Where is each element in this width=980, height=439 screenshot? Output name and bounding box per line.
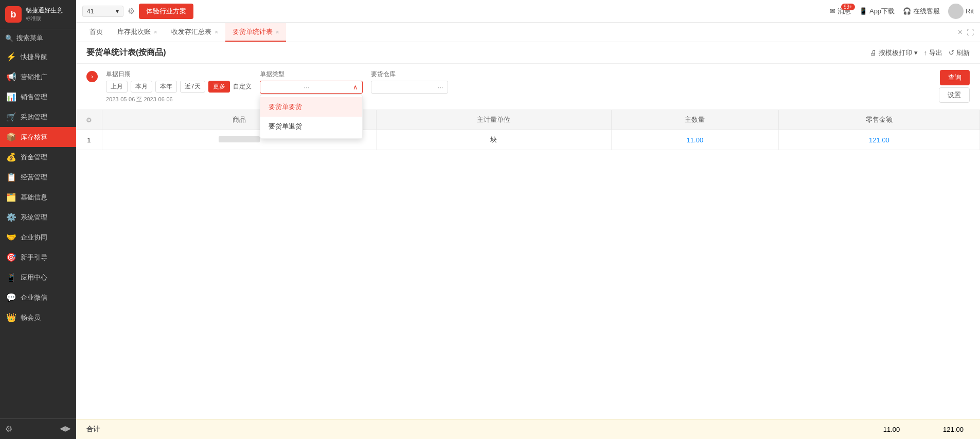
tabbar: 首页 库存批次账 × 收发存汇总表 × 要货单统计表 × × ⛶ (76, 23, 980, 42)
refresh-icon: ↺ (949, 49, 954, 57)
tab-order-stats-close[interactable]: × (276, 29, 279, 35)
topbar-left: 41 ▾ ⚙ 体验行业方案 (82, 4, 193, 19)
table-body: 1 块 11.00 121.00 (76, 130, 980, 150)
td-unit: 块 (376, 130, 611, 150)
query-button[interactable]: 查询 (940, 70, 970, 85)
sidebar-item-label: 新手引导 (21, 253, 47, 262)
appstore-icon: 📱 (6, 272, 16, 282)
type-filter-chevron[interactable]: ∧ (353, 83, 358, 91)
export-button[interactable]: ↑ 导出 (924, 48, 943, 58)
sidebar-item-appstore[interactable]: 📱 应用中心 (0, 267, 76, 287)
tab-home[interactable]: 首页 (82, 23, 110, 42)
search-label: 搜索菜单 (16, 33, 43, 43)
topbar-settings-icon[interactable]: ⚙ (128, 6, 135, 16)
topbar-id-selector[interactable]: 41 ▾ (82, 6, 123, 17)
guide-icon: 🎯 (6, 252, 16, 262)
filter-expand-button[interactable]: › (86, 71, 98, 82)
sidebar-item-system[interactable]: ⚙️ 系统管理 (0, 207, 76, 227)
tab-home-label: 首页 (90, 27, 103, 36)
tab-summary[interactable]: 收发存汇总表 × (164, 23, 225, 42)
print-button[interactable]: 🖨 按模板打印 ▾ (870, 48, 918, 58)
user-menu[interactable]: Rit (948, 4, 974, 19)
sidebar-item-label: 企业协同 (21, 233, 47, 242)
sidebar-item-operation[interactable]: 📋 经营管理 (0, 167, 76, 187)
sidebar-item-guide[interactable]: 🎯 新手引导 (0, 247, 76, 267)
tab-summary-close[interactable]: × (215, 29, 218, 35)
logo-area: b 畅捷通好生意 标准版 (0, 0, 76, 29)
trial-button[interactable]: 体验行业方案 (139, 4, 193, 19)
sidebar-item-marketing[interactable]: 📢 营销推广 (0, 67, 76, 87)
sidebar-item-label: 企业微信 (21, 293, 47, 302)
sidebar-item-shortcut[interactable]: ⚡ 快捷导航 (0, 47, 76, 67)
member-icon: 👑 (6, 313, 16, 322)
warehouse-filter-input[interactable]: ··· (371, 81, 448, 94)
sidebar-item-finance[interactable]: 💰 资金管理 (0, 147, 76, 167)
sidebar-item-inventory[interactable]: 📦 库存核算 (0, 127, 76, 147)
sidebar-item-wechat[interactable]: 💬 企业微信 (0, 287, 76, 307)
sidebar-item-purchase[interactable]: 🛒 采购管理 (0, 107, 76, 127)
tab-expand-icon[interactable]: ⛶ (967, 28, 974, 36)
sidebar-item-label: 资金管理 (21, 153, 47, 162)
date-btn-this-month[interactable]: 本月 (131, 81, 152, 93)
th-quantity: 主数量 (611, 110, 778, 130)
date-btn-last-month[interactable]: 上月 (106, 81, 128, 93)
sidebar-item-label: 基础信息 (21, 193, 47, 202)
warehouse-filter-group: 要货仓库 ··· (371, 70, 448, 94)
search-icon: 🔍 (5, 34, 13, 42)
tab-order-stats[interactable]: 要货单统计表 × (225, 23, 286, 42)
filter-more-dots[interactable]: ··· (304, 83, 309, 91)
online-service-label: 在线客服 (913, 7, 940, 16)
date-filter-group: 单据日期 上月 本月 本年 近7天 更多 自定义 2023-05-06 至 20… (106, 70, 252, 103)
sidebar-item-member[interactable]: 👑 畅会员 (0, 307, 76, 327)
sidebar-item-label: 畅会员 (21, 313, 41, 322)
dropdown-item-return[interactable]: 要货单退货 (260, 117, 362, 136)
refresh-label: 刷新 (956, 48, 970, 58)
page-content: 要货单统计表(按商品) 🖨 按模板打印 ▾ ↑ 导出 ↺ 刷新 › (76, 42, 980, 439)
online-service-button[interactable]: 🎧 在线客服 (903, 7, 940, 16)
warehouse-filter-label: 要货仓库 (371, 70, 448, 79)
tab-batch-close[interactable]: × (154, 29, 157, 35)
warehouse-more-dots[interactable]: ··· (438, 83, 443, 91)
sidebar-item-enterprise[interactable]: 🤝 企业协同 (0, 227, 76, 247)
sidebar-item-label: 系统管理 (21, 213, 47, 222)
tab-batch[interactable]: 库存批次账 × (110, 23, 164, 42)
sidebar-item-sales[interactable]: 📊 销售管理 (0, 87, 76, 107)
refresh-button[interactable]: ↺ 刷新 (949, 48, 970, 58)
avatar (948, 4, 964, 19)
th-unit: 主计量单位 (376, 110, 611, 130)
app-version: 标准版 (26, 15, 63, 22)
total-label: 合计 (82, 425, 100, 434)
message-button[interactable]: ✉ 消息 99+ (830, 7, 851, 16)
collapse-bottom-icon[interactable]: ◀▶ (60, 424, 71, 434)
filter-bar: › 单据日期 上月 本月 本年 近7天 更多 自定义 2023-05-06 至 … (76, 64, 980, 110)
type-filter-wrapper: ··· ∧ 要货单要货 要货单退货 (260, 81, 363, 94)
date-quick-buttons: 上月 本月 本年 近7天 更多 自定义 (106, 81, 252, 93)
app-download-button[interactable]: 📱 App下载 (859, 7, 895, 16)
date-btn-more[interactable]: 更多 (208, 81, 230, 93)
sidebar-item-basic[interactable]: 🗂️ 基础信息 (0, 187, 76, 207)
date-range-display: 2023-05-06 至 2023-06-06 (106, 96, 252, 103)
total-quantity: 11.00 (871, 426, 912, 433)
sidebar-search[interactable]: 🔍 搜索菜单 (0, 29, 76, 47)
table-row: 1 块 11.00 121.00 (76, 130, 980, 150)
dropdown-item-order[interactable]: 要货单要货 (260, 97, 362, 117)
td-amount: 121.00 (778, 130, 979, 150)
operation-icon: 📋 (6, 172, 16, 182)
type-filter-input[interactable]: ··· ∧ (260, 81, 363, 94)
topbar: 41 ▾ ⚙ 体验行业方案 ✉ 消息 99+ 📱 App下载 🎧 在线客服 R (76, 0, 980, 23)
print-label: 按模板打印 (879, 48, 912, 58)
date-custom-btn[interactable]: 自定义 (233, 82, 252, 91)
tab-close-all-icon[interactable]: × (958, 28, 963, 37)
shortcut-icon: ⚡ (6, 52, 16, 62)
th-settings[interactable]: ⚙ (76, 110, 102, 130)
headset-icon: 🎧 (903, 7, 911, 15)
page-header: 要货单统计表(按商品) 🖨 按模板打印 ▾ ↑ 导出 ↺ 刷新 (76, 42, 980, 64)
sidebar-item-label: 库存核算 (21, 133, 47, 142)
settings-bottom-icon[interactable]: ⚙ (5, 424, 12, 434)
settings-button[interactable]: 设置 (939, 87, 970, 103)
date-btn-last-7-days[interactable]: 近7天 (180, 81, 205, 93)
tab-bar-actions: × ⛶ (958, 28, 974, 37)
date-btn-this-year[interactable]: 本年 (155, 81, 177, 93)
system-icon: ⚙️ (6, 212, 16, 222)
main-area: 41 ▾ ⚙ 体验行业方案 ✉ 消息 99+ 📱 App下载 🎧 在线客服 R (76, 0, 980, 439)
